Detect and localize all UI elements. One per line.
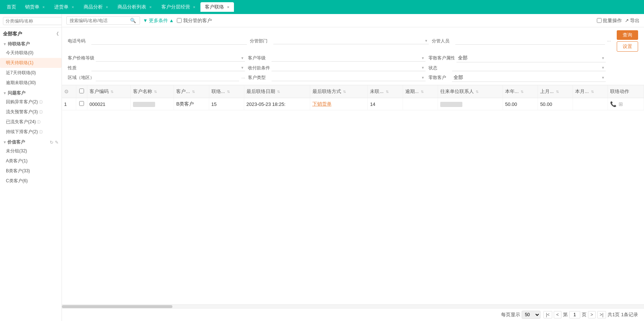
my-customers-checkbox[interactable]	[177, 18, 182, 23]
filter-status: 状态 ▾	[428, 65, 606, 71]
contact-sort-icon[interactable]: ⇅	[227, 90, 230, 94]
sidebar-group-value-header: ▼ 价值客户 ↻ ✎	[0, 137, 62, 146]
nav-item-2[interactable]: 商品分析 ×	[79, 2, 112, 12]
uncontacted-sort-icon[interactable]: ⇅	[386, 90, 389, 94]
filter-payment-terms-select[interactable]: ▾	[272, 65, 425, 71]
sidebar-item-churned[interactable]: 已流失客户(24) ⓘ	[0, 117, 62, 127]
region-dots-icon[interactable]: ···	[241, 75, 245, 80]
action-grid-icon[interactable]: ⊞	[619, 101, 623, 107]
sidebar-item-ungroup[interactable]: 未分组(32)	[0, 146, 62, 156]
row-action-cell: 📞 ⊞	[608, 98, 644, 110]
sidebar-group-problems[interactable]: 问题客户	[0, 88, 62, 97]
query-button[interactable]: 查询	[617, 30, 638, 40]
sidebar-item-repurchase-abnormal[interactable]: 回购异常客户(2) ⓘ	[0, 97, 62, 107]
sidebar-item-b-class[interactable]: B类客户(33)	[0, 166, 62, 176]
sidebar-item-tomorrow[interactable]: 明天待联络(1)	[0, 58, 62, 68]
filter-status-select[interactable]: ▾	[452, 65, 606, 71]
nav-item-1[interactable]: 进货单 ×	[50, 2, 78, 12]
sidebar-item-overdue[interactable]: 逾期未联络(30)	[0, 78, 62, 88]
col-gear: ⚙	[62, 85, 76, 98]
page-input[interactable]	[569, 311, 580, 318]
nav-item-4[interactable]: 客户分层经营 ×	[157, 2, 200, 12]
bulk-operation-button[interactable]: 批量操作	[597, 17, 622, 24]
filter-dept-select[interactable]: ▾	[273, 38, 429, 44]
row-checkbox[interactable]	[79, 101, 84, 106]
manager-dots-icon[interactable]: ···	[607, 38, 611, 44]
sidebar-item-c-class[interactable]: C类客户(6)	[0, 176, 62, 186]
nav-close-2[interactable]: ×	[106, 5, 108, 9]
overdue-sort-icon[interactable]: ⇅	[421, 90, 424, 94]
col-last-month: 上月... ⇅	[538, 85, 573, 98]
page-suffix: 页	[582, 311, 587, 318]
first-page-button[interactable]: |<	[543, 311, 552, 318]
last-month-sort-icon[interactable]: ⇅	[556, 90, 559, 94]
value-edit-icon[interactable]: ✎	[55, 140, 59, 145]
sidebar-item-a-class[interactable]: A类客户(1)	[0, 156, 62, 166]
per-page-select[interactable]: 50 10 20 100	[522, 311, 540, 319]
sidebar-item-7days[interactable]: 近7天待联络(0)	[0, 68, 62, 78]
action-call-icon[interactable]: 📞	[610, 101, 616, 107]
row-unit-contact	[438, 98, 503, 110]
last-method-sort-icon[interactable]: ⇅	[343, 90, 346, 94]
filter-phone-input[interactable]	[91, 38, 247, 45]
search-input[interactable]	[70, 18, 129, 23]
sidebar-search-input[interactable]	[3, 17, 62, 25]
gear-icon[interactable]: ⚙	[64, 89, 69, 94]
nav-close-4[interactable]: ×	[193, 5, 195, 9]
nav-close-3[interactable]: ×	[149, 5, 151, 9]
type-sort-icon[interactable]: ⇅	[192, 90, 195, 94]
nav-item-3[interactable]: 商品分析列表 ×	[113, 2, 156, 12]
sidebar-collapse-icon[interactable]: 《	[54, 31, 59, 37]
filter-manager-input[interactable]	[455, 38, 605, 45]
col-code: 客户编码 ⇅	[87, 85, 130, 98]
sidebar-item-churn-warning[interactable]: 流失预警客户(3) ⓘ	[0, 107, 62, 117]
filter-customer-level-select[interactable]: ▾	[272, 55, 425, 62]
filter-nature-select[interactable]: ▾	[91, 65, 245, 71]
last-page-button[interactable]: >|	[597, 311, 606, 318]
unit-contact-sort-icon[interactable]: ⇅	[476, 90, 479, 94]
filter-customer-type-select[interactable]: ▾	[272, 75, 425, 81]
nav-close-5[interactable]: ×	[227, 5, 229, 9]
filter-price-level-label: 客户价格等级	[68, 55, 94, 61]
setting-button[interactable]: 设置	[617, 41, 638, 52]
sidebar: 🔍 全部客户 《 待联络客户 今天待联络(0) 明天待联络(1) 近7天待联络(…	[0, 14, 62, 321]
scattered-attr-chevron-icon: ▾	[602, 56, 604, 61]
row-overdue	[403, 98, 438, 110]
search-box: 🔍	[66, 16, 140, 25]
row-last-method: 下销货单	[310, 98, 368, 110]
name-sort-icon[interactable]: ⇅	[154, 90, 157, 94]
this-month-sort-icon[interactable]: ⇅	[591, 90, 594, 94]
last-date-sort-icon[interactable]: ⇅	[277, 90, 280, 94]
value-refresh-icon[interactable]: ↻	[50, 140, 53, 145]
nav-item-5[interactable]: 客户联络 ×	[200, 2, 234, 12]
filter-price-level-select[interactable]: ▾	[96, 55, 245, 62]
next-page-button[interactable]: >	[588, 311, 596, 318]
code-sort-icon[interactable]: ⇅	[111, 90, 113, 94]
nav-home[interactable]: 首页	[3, 2, 20, 12]
select-all-checkbox[interactable]	[79, 89, 84, 93]
filter-scattered-select[interactable]: 全部 ▾	[452, 73, 606, 82]
last-method-link[interactable]: 下销货单	[312, 101, 332, 107]
sidebar-item-declining[interactable]: 持续下滑客户(2) ⓘ	[0, 127, 62, 137]
prev-page-button[interactable]: <	[554, 311, 561, 318]
my-customers-filter[interactable]: 我分管的客户	[177, 17, 212, 24]
toolbar-search-icon[interactable]: 🔍	[130, 18, 136, 23]
filter-scattered-attr-select[interactable]: 全部 ▾	[456, 54, 606, 62]
filter-region-input[interactable]	[96, 74, 239, 81]
horizontal-scrollbar[interactable]	[62, 304, 644, 308]
per-page-label: 每页显示	[501, 311, 520, 318]
bulk-checkbox[interactable]	[597, 18, 602, 23]
col-last-method: 最后联络方式 ⇅	[310, 85, 368, 98]
nav-close-0[interactable]: ×	[42, 5, 45, 9]
all-customers-header[interactable]: 全部客户 《	[0, 28, 62, 39]
sidebar-group-pending[interactable]: 待联络客户	[0, 39, 62, 48]
nav-close-1[interactable]: ×	[71, 5, 74, 9]
scrollbar-thumb[interactable]	[62, 305, 172, 308]
row-uncontacted: 14	[368, 98, 403, 110]
sidebar-item-today[interactable]: 今天待联络(0)	[0, 48, 62, 58]
filter-nature: 性质 ▾	[68, 65, 245, 71]
export-button[interactable]: ↗ 导出	[625, 17, 640, 24]
this-year-sort-icon[interactable]: ⇅	[521, 90, 524, 94]
more-conditions-button[interactable]: ▼ 更多条件 ▲	[143, 17, 174, 24]
nav-item-0[interactable]: 销货单 ×	[21, 2, 49, 12]
